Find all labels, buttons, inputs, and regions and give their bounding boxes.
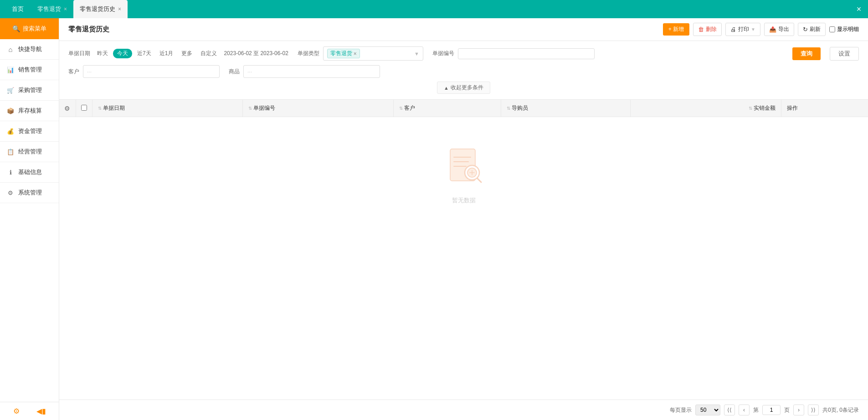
page-input[interactable]: [762, 405, 781, 415]
customer-label: 客户: [68, 68, 79, 76]
system-icon: ⚙: [6, 189, 15, 197]
tab-retail-return-close[interactable]: ×: [64, 6, 67, 12]
type-label: 单据类型: [298, 50, 319, 57]
tab-retail-return-history[interactable]: 零售退货历史 ×: [73, 0, 128, 18]
print-dropdown-icon: ▼: [751, 27, 755, 32]
th-guide-sort-icon: ⇅: [507, 106, 510, 111]
delete-icon: 🗑: [698, 26, 704, 33]
cart-icon: 🛒: [6, 86, 15, 94]
page-title: 零售退货历史: [68, 25, 109, 34]
th-number-sort-icon: ⇅: [248, 106, 252, 111]
th-customer-sort-icon: ⇅: [399, 106, 403, 111]
type-select-dropdown-icon: ▼: [414, 51, 419, 56]
date-btn-7days[interactable]: 近7天: [134, 48, 154, 59]
empty-text: 暂无数据: [452, 196, 476, 205]
last-page-btn[interactable]: ⟩⟩: [808, 405, 819, 415]
goods-label: 商品: [229, 68, 240, 76]
date-label: 单据日期: [68, 50, 90, 57]
empty-state: 暂无数据: [59, 144, 868, 205]
audio-footer-icon[interactable]: ◀▮: [36, 407, 46, 415]
tab-retail-return[interactable]: 零售退货 ×: [31, 0, 73, 18]
th-amount-sort-icon: ⇅: [749, 106, 752, 111]
date-btn-more[interactable]: 更多: [178, 48, 195, 59]
first-page-btn[interactable]: ⟨⟨: [724, 405, 735, 415]
date-btn-yesterday[interactable]: 昨天: [94, 48, 111, 59]
search-icon: 🔍: [12, 25, 20, 32]
th-action: 操作: [781, 100, 868, 117]
th-amount[interactable]: ⇅ 实销金额: [630, 100, 781, 117]
type-select[interactable]: 零售退货 × ▼: [323, 46, 423, 61]
per-page-select[interactable]: 10 20 50 100: [695, 405, 720, 415]
sidebar-item-purchase[interactable]: 🛒 采购管理: [0, 80, 59, 101]
number-label: 单据编号: [432, 50, 454, 57]
type-tag-remove[interactable]: ×: [354, 51, 357, 57]
print-button[interactable]: 🖨 打印 ▼: [725, 23, 760, 36]
page-label: 第: [753, 406, 759, 414]
tab-home[interactable]: 首页: [5, 0, 31, 18]
customer-input[interactable]: ...: [83, 65, 220, 78]
date-btn-today[interactable]: 今天: [113, 49, 132, 58]
per-page-label: 每页显示: [670, 406, 692, 414]
refresh-button[interactable]: ↻ 刷新: [798, 23, 826, 36]
sidebar-item-finance[interactable]: 💰 资金管理: [0, 121, 59, 142]
settings-footer-icon[interactable]: ⚙: [13, 407, 20, 415]
warehouse-icon: 📦: [6, 107, 15, 115]
home-icon: ⌂: [6, 45, 15, 53]
collapse-button[interactable]: ▲ 收起更多条件: [437, 82, 490, 94]
export-icon: 📤: [769, 26, 776, 33]
sidebar-item-quick-nav[interactable]: ⌂ 快捷导航: [0, 39, 59, 60]
number-input[interactable]: [458, 48, 595, 59]
sidebar-item-sales[interactable]: 📊 销售管理: [0, 60, 59, 80]
sidebar-item-system[interactable]: ⚙ 系统管理: [0, 183, 59, 203]
window-close-button[interactable]: ×: [850, 0, 868, 18]
display-detail-checkbox[interactable]: [829, 26, 835, 32]
date-range: 2023-06-02 至 2023-06-02: [224, 50, 288, 57]
sidebar-item-inventory[interactable]: 📦 库存核算: [0, 101, 59, 121]
total-info: 共0页, 0条记录: [822, 406, 859, 414]
th-guide[interactable]: ⇅ 导购员: [501, 100, 631, 117]
manage-icon: 📋: [6, 148, 15, 156]
th-gear[interactable]: ⚙: [59, 100, 76, 117]
collapse-up-icon: ▲: [444, 85, 449, 91]
export-button[interactable]: 📤 导出: [764, 23, 794, 36]
goods-input[interactable]: ...: [243, 65, 380, 78]
th-checkbox-all[interactable]: [76, 100, 92, 117]
chart-icon: 📊: [6, 66, 15, 74]
date-btn-custom[interactable]: 自定义: [197, 48, 220, 59]
page-unit: 页: [784, 406, 790, 414]
new-button[interactable]: + 新增: [663, 23, 689, 36]
settings-button[interactable]: 设置: [830, 47, 859, 61]
info-icon: ℹ: [6, 168, 15, 176]
sidebar-item-base-info[interactable]: ℹ 基础信息: [0, 162, 59, 183]
empty-illustration: [441, 144, 487, 190]
sidebar-search[interactable]: 🔍 搜索菜单: [0, 18, 59, 39]
th-date-sort-icon: ⇅: [98, 106, 102, 111]
next-page-btn[interactable]: ›: [793, 405, 804, 415]
delete-button[interactable]: 🗑 删除: [693, 23, 722, 36]
th-customer[interactable]: ⇅ 客户: [394, 100, 501, 117]
tab-history-close[interactable]: ×: [118, 6, 121, 12]
prev-page-btn[interactable]: ‹: [739, 405, 750, 415]
money-icon: 💰: [6, 127, 15, 135]
display-detail-checkbox-area[interactable]: 显示明细: [829, 26, 859, 33]
svg-line-6: [477, 178, 481, 182]
print-icon: 🖨: [730, 26, 736, 33]
refresh-icon: ↻: [803, 26, 808, 33]
date-btn-1month[interactable]: 近1月: [156, 48, 177, 59]
th-number[interactable]: ⇅ 单据编号: [243, 100, 394, 117]
th-date[interactable]: ⇅ 单据日期: [92, 100, 243, 117]
query-button[interactable]: 查询: [792, 47, 821, 60]
sidebar-item-operation[interactable]: 📋 经营管理: [0, 142, 59, 162]
type-tag: 零售退货 ×: [327, 49, 360, 58]
